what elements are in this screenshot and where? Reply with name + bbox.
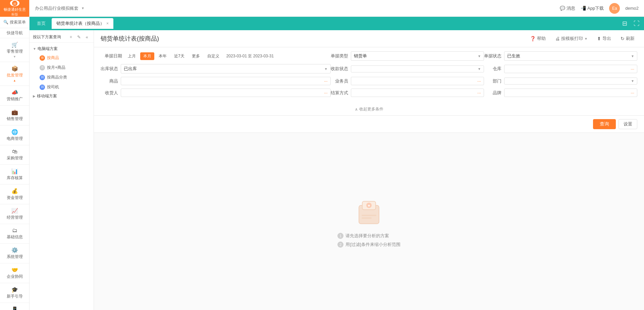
- add-scheme-btn[interactable]: ＋: [67, 34, 74, 40]
- salesperson-dots[interactable]: ···: [477, 79, 481, 84]
- filter-row-4: 收货人 ··· 结算方式 ··· 品牌: [101, 89, 637, 97]
- help-label: 帮助: [537, 36, 546, 42]
- sidebar-item-basic[interactable]: 🗂 基础信息: [0, 224, 29, 244]
- app-download-btn[interactable]: 📲 App下载: [581, 5, 604, 11]
- sidebar-item-wholesale[interactable]: 📦 批发管理 ▲: [0, 62, 29, 86]
- tab-close-icon[interactable]: ×: [106, 21, 109, 26]
- quick-nav[interactable]: 快捷导航: [0, 28, 29, 38]
- warehouse-input[interactable]: ···: [504, 65, 637, 73]
- tree-child-category[interactable]: 回 按商品分类: [30, 72, 94, 82]
- date-buttons: 上月 本月 本年 近7天 更多 自定义: [125, 52, 222, 60]
- tree-child-month-goods[interactable]: 月 按月+商品: [30, 63, 94, 72]
- date-btn-7days[interactable]: 近7天: [171, 52, 187, 60]
- sidebar-item-finance[interactable]: 💰 资金管理: [0, 185, 29, 204]
- sidebar-item-marketing[interactable]: 📣 营销推广: [0, 86, 29, 106]
- query-button[interactable]: 查询: [593, 119, 616, 129]
- settle-select[interactable]: ···: [351, 89, 484, 97]
- doctype-select[interactable]: 销货单 ▼: [351, 51, 484, 61]
- tab-controls: ⊟ ⛶: [620, 19, 641, 28]
- inventory-label: 库存核算: [7, 175, 23, 181]
- goods-dots[interactable]: ···: [324, 79, 328, 84]
- app-logo[interactable]: 好 畅捷通好生意 标版: [0, 0, 29, 17]
- outstatus-select[interactable]: 已出库 ▼: [121, 64, 331, 73]
- sidebar-item-retail[interactable]: 🛒 零售管理 ▼: [0, 38, 29, 62]
- help-btn[interactable]: ❓ 帮助: [527, 34, 548, 43]
- sidebar-item-operation[interactable]: 📈 经营管理: [0, 204, 29, 224]
- settle-dots[interactable]: ···: [477, 90, 481, 95]
- sidebar-item-appstore[interactable]: 📱 应用中心: [0, 303, 29, 310]
- refresh-btn[interactable]: ↻ 刷新: [618, 34, 637, 43]
- filter-col-doctype: 单据类型 销货单 ▼: [331, 51, 484, 61]
- settings-button[interactable]: 设置: [619, 119, 637, 129]
- app-download-label: App下载: [587, 5, 604, 11]
- collapse-panel-btn[interactable]: «: [84, 34, 90, 40]
- brand-input[interactable]: ···: [504, 89, 637, 97]
- print-label: 按模板打印: [561, 36, 583, 42]
- docstatus-label: 单据状态: [484, 53, 504, 59]
- tree-mobile-parent[interactable]: ▶ 移动端方案: [30, 92, 94, 100]
- tab-home[interactable]: 首页: [32, 18, 50, 29]
- empty-hint-2: 2 用[过滤]条件来缩小分析范围: [337, 242, 400, 248]
- goods-label: 商品: [101, 78, 121, 84]
- industry-dropdown-icon[interactable]: ▼: [81, 6, 85, 10]
- salesperson-input[interactable]: ···: [351, 77, 484, 85]
- brand-dots[interactable]: ···: [631, 90, 634, 95]
- driver-icon: 回: [40, 85, 45, 90]
- operation-icon: 📈: [11, 208, 18, 214]
- header-left: 办公用品行业模拟账套 ▼: [35, 5, 85, 11]
- tree-expand-icon: ▼: [33, 47, 36, 51]
- purchase-label: 采购管理: [7, 155, 23, 161]
- filter-section: 单据日期 上月 本月 本年 近7天 更多 自定义 2023-03-01 至 20…: [94, 47, 644, 104]
- date-btn-this-month[interactable]: 本月: [140, 52, 154, 60]
- docstatus-select[interactable]: 已生效 ▼: [504, 51, 637, 61]
- sidebar-item-newbie[interactable]: 🎓 新手引导: [0, 283, 29, 303]
- hint-text-1: 请先选择要分析的方案: [345, 233, 389, 239]
- recipient-dots[interactable]: ···: [324, 90, 328, 95]
- sidebar-item-sales[interactable]: 💼 销售管理: [0, 106, 29, 125]
- print-btn[interactable]: 🖨 按模板打印 ▼: [552, 34, 590, 43]
- left-panel-title: 按以下方案查询: [33, 34, 61, 40]
- filter-col-receiptstatus: 收款状态 ▼: [331, 65, 484, 72]
- left-panel-header: 按以下方案查询 ＋ ✎ «: [30, 30, 94, 43]
- edit-scheme-btn[interactable]: ✎: [75, 34, 82, 40]
- tab-current[interactable]: 销货单统计表（按商品） ×: [52, 18, 113, 29]
- collapse-label: 收起更多条件: [359, 106, 383, 112]
- sidebar-item-inventory[interactable]: 📊 库存核算: [0, 165, 29, 185]
- sales-icon: 💼: [11, 109, 18, 115]
- date-btn-this-year[interactable]: 本年: [156, 52, 170, 60]
- svg-rect-7: [362, 215, 376, 216]
- tree-child-by-goods[interactable]: 按 按商品: [30, 53, 94, 63]
- date-label: 单据日期: [101, 53, 125, 59]
- tab-expand-btn[interactable]: ⛶: [632, 19, 641, 28]
- sidebar-item-ecommerce[interactable]: 🌐 电商管理: [0, 125, 29, 145]
- doctype-label: 单据类型: [331, 53, 351, 59]
- receiptstatus-select[interactable]: ▼: [351, 65, 484, 72]
- collapse-btn[interactable]: ∧ 收起更多条件: [355, 106, 383, 112]
- marketing-icon: 📣: [11, 89, 18, 96]
- wholesale-arrow: ▲: [13, 79, 16, 82]
- retail-label: 零售管理: [7, 49, 23, 54]
- tab-minimize-btn[interactable]: ⊟: [620, 19, 629, 28]
- date-btn-more[interactable]: 更多: [189, 52, 203, 60]
- message-btn[interactable]: 💬 消息: [560, 5, 575, 11]
- tree-desktop-parent[interactable]: ▼ 电脑端方案: [30, 45, 94, 53]
- search-menu[interactable]: 🔍 搜索菜单: [0, 17, 29, 28]
- print-dropdown-icon[interactable]: ▼: [584, 37, 588, 41]
- content-area: 按以下方案查询 ＋ ✎ « ▼ 电脑端方案 按 按商品 月 按月: [30, 30, 644, 310]
- user-avatar[interactable]: Ea: [609, 3, 620, 14]
- brand-label: 品牌: [484, 90, 504, 96]
- export-label: 导出: [602, 36, 611, 42]
- sidebar-item-enterprise[interactable]: 🤝 企业协同: [0, 263, 29, 283]
- marketing-label: 营销推广: [7, 96, 23, 102]
- sidebar-item-system[interactable]: ⚙️ 系统管理: [0, 244, 29, 263]
- date-btn-custom[interactable]: 自定义: [204, 52, 222, 60]
- date-btn-last-month[interactable]: 上月: [125, 52, 139, 60]
- goods-input[interactable]: ···: [121, 77, 331, 85]
- tree-child-driver[interactable]: 回 按司机: [30, 82, 94, 92]
- recipient-input[interactable]: ···: [121, 89, 331, 97]
- retail-icon: 🛒: [11, 42, 18, 48]
- dept-select[interactable]: ▼: [504, 78, 637, 85]
- warehouse-dots[interactable]: ···: [631, 66, 634, 71]
- sidebar-item-purchase[interactable]: 🛍 采购管理: [0, 145, 29, 165]
- export-btn[interactable]: ⬆ 导出: [594, 34, 614, 43]
